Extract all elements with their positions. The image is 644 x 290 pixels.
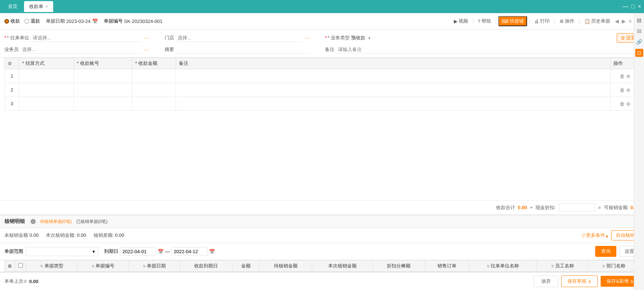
action-icons-3: 🗑 ⊕: [613, 101, 636, 107]
history-icon: 📋: [584, 19, 590, 24]
info-icon[interactable]: i: [31, 219, 36, 224]
filter-row: 单据范围 ▾ 到期日 📅 — 📅 查询 设置: [0, 243, 644, 260]
counterpart-input[interactable]: [31, 34, 142, 42]
sidebar-icon-4-active[interactable]: ⊡: [635, 49, 643, 57]
delete-icon-3[interactable]: 🗑: [620, 101, 625, 107]
divider2: [496, 18, 496, 24]
delete-icon-2[interactable]: 🗑: [620, 87, 625, 93]
scope-dropdown-icon: ▾: [93, 249, 95, 254]
row-amount-2[interactable]: [132, 83, 176, 97]
pending-tab[interactable]: 待核销单据(0笔): [40, 219, 72, 225]
scope-select[interactable]: ▾: [25, 247, 98, 256]
done-tab[interactable]: 已核销单据(0笔): [76, 219, 108, 225]
th-amount: * 收款金额: [132, 58, 176, 69]
right-sidebar: ▤ ⊟ 🔗 ⊡: [634, 13, 644, 290]
history-button[interactable]: 📋 历史单据: [582, 17, 613, 26]
row-settle-1[interactable]: [19, 69, 74, 83]
row-remark-3[interactable]: [176, 97, 610, 111]
save-arrow-icon: ∧: [630, 279, 634, 284]
date-from-input[interactable]: [120, 247, 156, 256]
copy-icon-2[interactable]: ⊕: [626, 87, 631, 93]
th-checkbox[interactable]: [15, 260, 26, 272]
date-value[interactable]: 2023-03-24: [66, 19, 91, 24]
minimize-btn[interactable]: —: [623, 3, 628, 10]
tab-bar-left: 首页 收款单 ×: [3, 1, 53, 12]
receipt-radio[interactable]: 收款: [4, 18, 20, 24]
gear-icon[interactable]: ⚙: [8, 61, 12, 66]
form-row-2: 业务员 ··· 摘要 备注: [4, 46, 640, 54]
row-amount-3[interactable]: [132, 97, 176, 111]
summary-input[interactable]: [176, 46, 310, 54]
more-conditions-btn[interactable]: ▽ 更多条件: [582, 232, 608, 239]
tab-home[interactable]: 首页: [3, 1, 23, 12]
th-gear[interactable]: ⚙: [5, 58, 19, 69]
store-input[interactable]: [176, 34, 302, 42]
tab-active[interactable]: 收款单 ×: [24, 1, 53, 12]
video-icon: ▶: [454, 19, 458, 24]
help-icon: ?: [478, 19, 480, 24]
sidebar-icon-3[interactable]: 🔗: [635, 38, 643, 46]
footer-right: 放弃 保存草稿 ∧ 保存&新增 ∧: [534, 275, 640, 287]
row-account-2[interactable]: [74, 83, 132, 97]
date-to-input[interactable]: [171, 247, 208, 256]
calendar-from-icon[interactable]: 📅: [158, 249, 164, 254]
total-equals: =: [598, 205, 601, 210]
store-more-btn[interactable]: ···: [303, 35, 310, 41]
staff-more-btn[interactable]: ···: [143, 47, 150, 52]
row-amount-1[interactable]: [132, 69, 176, 83]
nav-left-btn[interactable]: ◀: [614, 18, 620, 24]
delete-icon-1[interactable]: 🗑: [620, 73, 625, 79]
sidebar-icon-2[interactable]: ⊟: [635, 27, 643, 35]
counterpart-more-btn[interactable]: ···: [143, 35, 150, 41]
select-all-checkbox[interactable]: [18, 263, 23, 268]
calendar-to-icon[interactable]: 📅: [209, 249, 215, 254]
row-settle-3[interactable]: [19, 97, 74, 111]
scope-field: 单据范围 ▾: [4, 247, 98, 256]
remark-label: 备注: [325, 46, 334, 53]
tab-close-icon[interactable]: ×: [46, 4, 48, 9]
business-type-dropdown[interactable]: ▾: [368, 35, 371, 41]
gear-icon: ⚙: [621, 35, 625, 41]
store-field: 门店 ···: [165, 34, 310, 42]
maximize-btn[interactable]: □: [631, 3, 635, 10]
row-account-3[interactable]: [74, 97, 132, 111]
docnum-value[interactable]: SK-20230324-001: [124, 19, 163, 24]
unchecked-label: 未核销金额 0.00: [4, 232, 39, 239]
sidebar-icon-1[interactable]: ▤: [635, 16, 643, 24]
th-doc-date: ⇅ 单据日期: [129, 260, 180, 272]
row-remark-1[interactable]: [176, 69, 610, 83]
th-account: * 收款账号: [74, 58, 132, 69]
th-doc-type: ⇅ 单据类型: [26, 260, 78, 272]
shortcut-button[interactable]: ⌨ 快捷键: [498, 16, 527, 26]
counterpart-label: ** 往来单位: [4, 35, 29, 41]
print-button[interactable]: 🖨 打印: [532, 17, 552, 26]
copy-icon-1[interactable]: ⊕: [626, 73, 631, 79]
layout1-btn[interactable]: ≡: [628, 18, 632, 24]
receipt-radio-input[interactable]: [4, 19, 9, 24]
nav-right-btn[interactable]: ▶: [621, 18, 627, 24]
calendar-icon[interactable]: 📅: [92, 19, 98, 24]
th-gear-bottom[interactable]: ⚙: [5, 260, 15, 272]
cash-discount-input[interactable]: [559, 203, 595, 212]
save-draft-button[interactable]: 保存草稿 ∧: [561, 275, 598, 287]
help-button[interactable]: ? 帮助: [475, 17, 494, 26]
row-settle-2[interactable]: [19, 83, 74, 97]
gear-icon-bottom[interactable]: ⚙: [8, 263, 12, 269]
staff-input[interactable]: [20, 46, 141, 54]
row-remark-2[interactable]: [176, 83, 610, 97]
abandon-button[interactable]: 放弃: [534, 275, 558, 287]
refund-radio-input[interactable]: [24, 19, 29, 24]
close-btn[interactable]: ×: [638, 3, 641, 10]
date-field: 单据日期 2023-03-24 📅: [46, 18, 98, 24]
verification-header: 核销明细 i 待核销单据(0笔) 已核销单据(0笔): [0, 215, 644, 228]
total-val1: 0.00: [518, 205, 527, 210]
tab-active-label: 收款单: [29, 3, 43, 10]
toolbar-right: ▶ 视频 ? 帮助 ⌨ 快捷键 🖨 打印 ⚙ 操作: [451, 16, 640, 26]
video-button[interactable]: ▶ 视频: [451, 17, 471, 26]
remark-input[interactable]: [336, 46, 640, 54]
query-button[interactable]: 查询: [595, 246, 616, 257]
row-account-1[interactable]: [74, 69, 132, 83]
refund-radio[interactable]: 退款: [24, 18, 40, 24]
action-button[interactable]: ⚙ 操作: [557, 17, 577, 26]
copy-icon-3[interactable]: ⊕: [626, 101, 631, 107]
